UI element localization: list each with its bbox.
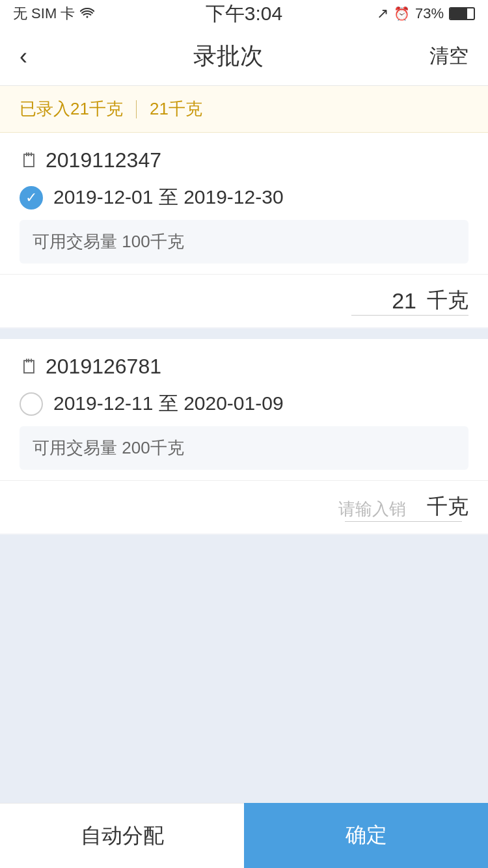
- batch-1-date-row[interactable]: ✓ 2019-12-01 至 2019-12-30: [0, 179, 488, 216]
- summary-label: 已录入21千克: [20, 98, 123, 120]
- batch-1-quantity-value: 21: [392, 288, 416, 314]
- batch-2-quantity-row: 千克: [0, 480, 488, 534]
- summary-value: 21千克: [150, 98, 202, 120]
- summary-bar: 已录入21千克 21千克: [0, 86, 488, 133]
- auto-distribute-button[interactable]: 自动分配: [0, 803, 244, 868]
- empty-area: [0, 535, 488, 803]
- summary-divider: [136, 100, 137, 118]
- nav-bar: ‹ 录批次 清空: [0, 27, 488, 86]
- status-bar-time: 下午3:04: [206, 1, 282, 27]
- bottom-bar: 自动分配 确定: [0, 803, 488, 868]
- clear-button[interactable]: 清空: [429, 43, 468, 70]
- batch-1-id: 2019112347: [46, 148, 161, 172]
- status-bar-right: ↗ ⏰ 73%: [377, 5, 475, 22]
- batch-2-separator: [345, 521, 462, 522]
- gap-1: [0, 329, 488, 339]
- batch-2-radio[interactable]: [20, 392, 43, 416]
- batch-2-date: 2019-12-11 至 2020-01-09: [53, 390, 284, 417]
- battery-pct: 73%: [415, 5, 444, 22]
- page-title: 录批次: [193, 40, 264, 72]
- batch-item-2: 🗒 2019126781 2019-12-11 至 2020-01-09 可用交…: [0, 339, 488, 534]
- battery-icon: [449, 7, 475, 20]
- batch-2-header: 🗒 2019126781: [0, 339, 488, 385]
- back-button[interactable]: ‹: [20, 43, 27, 70]
- batch-1-separator: [351, 315, 468, 316]
- location-icon: ↗: [377, 5, 388, 22]
- batch-1-quantity-row: 21 千克: [0, 274, 488, 327]
- batch-1-unit: 千克: [427, 286, 468, 315]
- status-bar: 无 SIM 卡 下午3:04 ↗ ⏰ 73%: [0, 0, 488, 27]
- confirm-button[interactable]: 确定: [244, 803, 488, 868]
- batch-2-unit: 千克: [427, 493, 468, 521]
- batch-1-check-icon: ✓: [25, 191, 37, 205]
- batch-2-date-row[interactable]: 2019-12-11 至 2020-01-09: [0, 385, 488, 422]
- wifi-icon: [80, 5, 94, 22]
- status-bar-left: 无 SIM 卡: [13, 4, 94, 23]
- batch-2-available: 可用交易量 200千克: [20, 426, 468, 470]
- batch-2-icon: 🗒: [20, 356, 39, 378]
- batch-1-radio[interactable]: ✓: [20, 186, 43, 210]
- batch-1-icon: 🗒: [20, 150, 39, 172]
- batch-1-date: 2019-12-01 至 2019-12-30: [53, 184, 284, 211]
- batch-item-1: 🗒 2019112347 ✓ 2019-12-01 至 2019-12-30 可…: [0, 133, 488, 327]
- batch-2-quantity-input[interactable]: [338, 495, 416, 520]
- carrier-text: 无 SIM 卡: [13, 4, 75, 23]
- alarm-icon: ⏰: [394, 6, 410, 21]
- batch-1-available: 可用交易量 100千克: [20, 220, 468, 264]
- batch-2-id: 2019126781: [46, 355, 161, 379]
- batch-1-header: 🗒 2019112347: [0, 133, 488, 179]
